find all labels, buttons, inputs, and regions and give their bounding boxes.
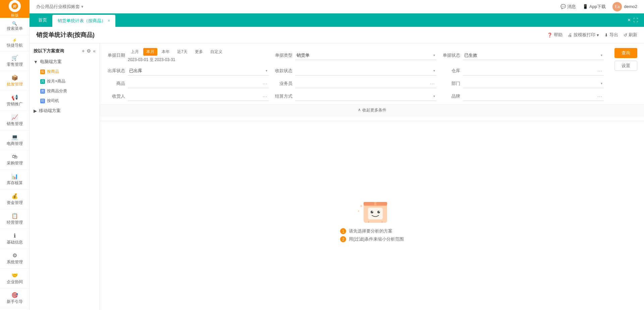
main-area: 办公用品行业模拟账套 ▾ 💬 消息 📱 App下载 Ea demo2 首页 销货… [30,0,644,310]
dept-field[interactable]: ▾ [463,79,604,88]
tree-mobile-section[interactable]: ▶ 移动端方案 [30,106,100,116]
sidebar-item-system[interactable]: ⚙ 系统管理 [0,249,29,269]
date-more[interactable]: 更多 [192,48,206,56]
sidebar-item-wholesale[interactable]: 📦 批发管理 [0,71,29,91]
date-custom[interactable]: 自定义 [207,48,225,56]
help-btn[interactable]: ❓ 帮助 [547,32,562,38]
scheme-by-month-goods[interactable]: 月 按月+商品 [36,76,100,86]
brand-field[interactable]: ··· [463,92,604,101]
settings-button[interactable]: 设置 [614,61,637,71]
tip-text-2: 用[过滤]条件来缩小分析范围 [349,236,404,242]
user-name: demo2 [624,4,637,9]
date-last-month[interactable]: 上月 [128,48,142,56]
dropdown-icon[interactable]: ▾ [81,4,84,9]
sidebar-item-apps[interactable]: 🔧 应用中心 [0,308,29,310]
brand-label: 品牌 [442,93,460,99]
add-scheme-icon[interactable]: + [82,48,85,54]
app-download-btn[interactable]: 📱 App下载 [583,4,606,10]
refresh-btn[interactable]: ↺ 刷新 [624,32,637,38]
sidebar-item-basic-info[interactable]: ℹ 基础信息 [0,229,29,249]
system-icon: ⚙ [12,252,17,259]
sidebar-item-sales[interactable]: 📈 销售管理 [0,111,29,131]
purchase-label: 采购管理 [7,160,23,166]
window-expand-btn[interactable]: ⛶ [633,17,638,23]
quick-nav-item[interactable]: ⚡ 快捷导航 [0,35,29,51]
window-close-btn[interactable]: × [628,17,631,23]
goods-label: 商品 [107,81,125,87]
logo-icon: 好 [9,0,21,12]
sidebar-item-purchase[interactable]: 🛍 采购管理 [0,150,29,170]
active-tab-label: 销货单统计表（按商品） [58,18,106,24]
warehouse-dots[interactable]: ··· [597,68,602,73]
date-7days[interactable]: 近7天 [174,48,191,56]
tab-home[interactable]: 首页 [33,13,52,27]
tab-active[interactable]: 销货单统计表（按商品） × [52,15,115,27]
search-menu-item[interactable]: 🔍 搜索菜单 [0,18,29,35]
export-icon: ⬇ [604,33,608,38]
basic-info-icon: ℹ [14,232,16,239]
warehouse-field[interactable]: ··· [463,66,604,75]
salesman-label: 业务员 [274,81,292,87]
scheme-by-driver[interactable]: 司 按司机 [36,96,100,106]
sidebar-item-inventory[interactable]: 📊 库存核算 [0,170,29,190]
quick-nav-label: 快捷导航 [0,43,29,48]
collapse-bar[interactable]: ∧ 收起更多条件 [100,104,644,116]
doc-status-field[interactable]: 已生效 ▾ [463,51,604,60]
scheme-collapse-icon[interactable]: « [93,48,96,54]
brand-dots[interactable]: ··· [597,94,602,99]
salesman-col: 业务员 ··· [274,79,441,88]
sidebar-item-guide[interactable]: 🎯 新手引导 [0,289,29,308]
warehouse-label: 仓库 [442,68,460,74]
warehouse-col: 仓库 ··· [442,66,609,75]
scheme-by-category[interactable]: 类 按商品分类 [36,86,100,96]
marketing-icon: 📢 [11,94,18,101]
finance-label: 资金管理 [7,200,23,206]
svg-point-10 [379,211,380,212]
scheme-settings-icon[interactable]: ⚙ [87,48,91,54]
tab-close-icon[interactable]: × [108,18,110,23]
messages-btn[interactable]: 💬 消息 [560,4,576,10]
salesman-dots[interactable]: ··· [430,81,435,86]
print-btn[interactable]: 🖨 按模板打印 ▾ [568,32,599,38]
scheme-category-icon: 类 [40,89,45,94]
inventory-icon: 📊 [11,173,18,179]
sidebar-item-collab[interactable]: 🤝 企业协同 [0,269,29,289]
doc-type-field[interactable]: 销货单 ▾ [295,51,436,60]
marketing-label: 营销推广 [7,101,23,107]
doc-type-chevron: ▾ [433,53,435,57]
payment-status-field[interactable]: ▾ [295,66,436,75]
sidebar-item-ecom[interactable]: 💻 电商管理 [0,131,29,150]
left-panel-header: 按以下方案查询 + ⚙ « [30,47,100,57]
sidebar-item-finance[interactable]: 💰 资金管理 [0,190,29,209]
sidebar-item-marketing[interactable]: 📢 营销推广 [0,91,29,111]
ecom-icon: 💻 [11,134,18,140]
sidebar-item-retail[interactable]: 🛒 零售管理 [0,51,29,71]
sidebar-item-operations[interactable]: 📋 经营管理 [0,209,29,229]
mobile-section-arrow: ▶ [34,108,37,113]
sidebar: 好 标版 🔍 搜索菜单 ⚡ 快捷导航 🛒 零售管理 📦 批发管理 📢 营销推广 … [0,0,30,310]
doc-type-value: 销货单 [297,52,310,58]
app-logo: 好 标版 [0,0,30,18]
purchase-icon: 🛍 [12,154,17,160]
doc-status-value: 已生效 [464,52,477,58]
scheme-by-goods[interactable]: 按 按商品 [36,67,100,76]
export-btn[interactable]: ⬇ 导出 [604,32,618,38]
settlement-field[interactable]: ▾ [295,92,436,101]
user-profile[interactable]: Ea demo2 [612,2,637,11]
goods-field[interactable]: ··· [128,79,269,88]
refresh-icon: ↺ [624,33,627,38]
salesman-field[interactable]: ··· [295,79,436,88]
stock-status-field[interactable]: 已出库 ▾ [128,66,269,75]
messages-icon: 💬 [560,4,566,9]
doc-type-label: 单据类型 [274,52,292,58]
date-this-month[interactable]: 本月 [143,48,157,56]
recipient-dots[interactable]: ··· [263,94,268,99]
print-dropdown-icon[interactable]: ▾ [597,33,599,38]
recipient-field[interactable]: ··· [128,92,269,101]
tree-pc-section[interactable]: ▼ 电脑端方案 [30,57,100,67]
query-button[interactable]: 查询 [614,48,637,58]
date-this-year[interactable]: 本年 [159,48,173,56]
goods-dots[interactable]: ··· [263,81,268,86]
svg-rect-5 [376,202,387,205]
header-actions: ❓ 帮助 🖨 按模板打印 ▾ ⬇ 导出 ↺ 刷新 [547,32,637,42]
